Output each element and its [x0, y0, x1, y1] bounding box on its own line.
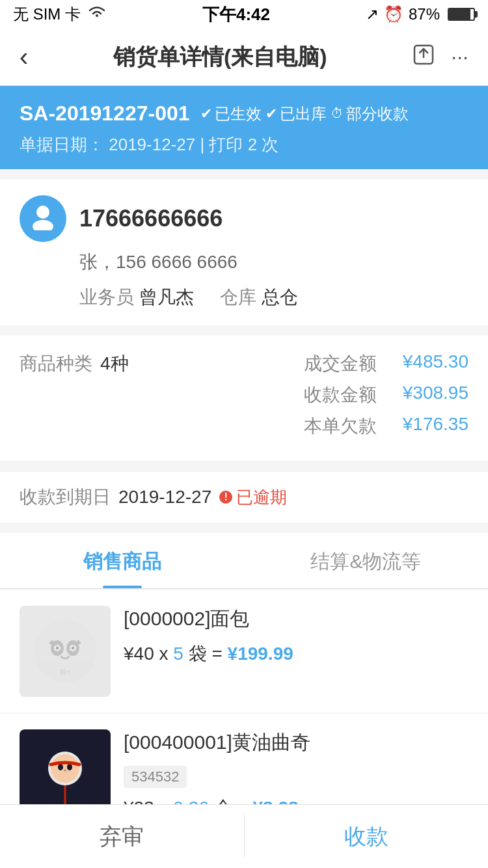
product-quantity-1: 5 — [173, 644, 183, 664]
svg-text:猫+: 猫+ — [60, 668, 70, 675]
cancel-button[interactable]: 弃审 — [0, 805, 244, 868]
nav-actions: ··· — [412, 43, 468, 72]
due-date-section: 收款到期日 2019-12-27 ! 已逾期 — [0, 471, 488, 522]
deal-amount-row: 成交金额 ¥485.30 — [304, 351, 468, 376]
product-total-1: ¥199.99 — [228, 644, 293, 664]
received-amount-row: 收款金额 ¥308.95 — [304, 383, 468, 407]
types-label: 商品种类 — [20, 351, 92, 376]
customer-detail: 张，156 6666 6666 — [20, 250, 468, 275]
types-value: 4种 — [100, 351, 129, 376]
tab-label-2: 结算&物流等 — [310, 550, 421, 572]
avatar — [20, 195, 66, 242]
nav-bar: ‹ 销货单详情(来自电脑) ··· — [0, 29, 488, 86]
battery-text: 87% — [409, 5, 440, 23]
status-text-3: 部分收款 — [346, 103, 409, 124]
product-price-1: ¥40 — [124, 644, 154, 664]
status-badges: ✔ 已生效 ✔ 已出库 ⏱ 部分收款 — [200, 103, 409, 124]
bottom-bar: 弃审 收款 — [0, 804, 488, 868]
share-icon[interactable] — [412, 43, 435, 72]
warehouse-name: 总仓 — [262, 285, 298, 310]
svg-point-15 — [58, 764, 63, 770]
svg-point-16 — [67, 764, 72, 770]
deal-amount-value: ¥485.30 — [403, 351, 468, 376]
tab-label-1: 销售商品 — [83, 550, 161, 572]
debt-label: 本单欠款 — [304, 414, 377, 439]
order-id-row: SA-20191227-001 ✔ 已生效 ✔ 已出库 ⏱ 部分收款 — [20, 102, 468, 126]
overdue-text: 已逾期 — [236, 486, 287, 509]
staff-item: 业务员 曾凡杰 — [79, 285, 194, 310]
person-icon — [29, 202, 57, 236]
due-date-value: 2019-12-27 — [118, 487, 211, 508]
status-text-1: 已生效 — [215, 103, 262, 124]
confirm-button[interactable]: 收款 — [245, 805, 489, 868]
alarm-icon: ⏰ — [384, 5, 403, 23]
thumb-placeholder-1: 猫+ — [20, 606, 111, 697]
debt-amount-row: 本单欠款 ¥176.35 — [304, 414, 468, 439]
status-text-2: 已出库 — [280, 103, 327, 124]
status-bar: 无 SIM 卡 下午4:42 ↗ ⏰ 87% — [0, 0, 488, 29]
svg-point-2 — [36, 206, 49, 219]
status-left: 无 SIM 卡 — [13, 4, 107, 25]
overdue-icon: ! — [219, 491, 232, 504]
status-shipped: ✔ 已出库 — [265, 103, 327, 124]
customer-section: 17666666666 张，156 6666 6666 业务员 曾凡杰 仓库 总… — [0, 180, 488, 325]
svg-point-17 — [64, 770, 66, 772]
svg-point-3 — [33, 220, 53, 230]
received-label: 收款金额 — [304, 383, 377, 407]
status-right: ↗ ⏰ 87% — [366, 5, 475, 23]
product-list: 猫+ [0000002]面包 ¥40 x 5 袋 = ¥199.99 — [0, 590, 488, 836]
product-unit-1: 袋 — [189, 644, 207, 664]
warehouse-item: 仓库 总仓 — [220, 285, 298, 310]
carrier-text: 无 SIM 卡 — [13, 4, 81, 25]
debt-value: ¥176.35 — [403, 414, 468, 439]
summary-section: 商品种类 4种 成交金额 ¥485.30 收款金额 ¥308.95 本单欠款 ¥… — [0, 336, 488, 461]
doc-date-label: 单据日期： — [20, 135, 104, 154]
order-id: SA-20191227-001 — [20, 102, 190, 126]
wifi-icon — [87, 5, 107, 23]
customer-id: 17666666666 — [79, 205, 223, 232]
product-name-2: [000400001]黄油曲奇 — [124, 729, 468, 756]
doc-date-value: 2019-12-27 — [109, 135, 195, 154]
status-activated: ✔ 已生效 — [200, 103, 262, 124]
status-time: 下午4:42 — [202, 3, 270, 26]
product-info-1: [0000002]面包 ¥40 x 5 袋 = ¥199.99 — [124, 606, 468, 666]
staff-name: 曾凡杰 — [139, 285, 194, 310]
status-partial: ⏱ 部分收款 — [331, 103, 409, 124]
due-label: 收款到期日 — [20, 485, 111, 509]
product-badge-2: 534532 — [124, 766, 187, 788]
product-price-row-1: ¥40 x 5 袋 = ¥199.99 — [124, 642, 468, 666]
print-info: | 打印 2 次 — [200, 135, 278, 154]
overdue-badge: ! 已逾期 — [219, 486, 287, 509]
product-types: 商品种类 4种 — [20, 351, 129, 376]
svg-point-14 — [51, 754, 79, 783]
summary-right: 成交金额 ¥485.30 收款金额 ¥308.95 本单欠款 ¥176.35 — [304, 351, 468, 445]
tab-settlement[interactable]: 结算&物流等 — [244, 533, 488, 588]
price-multiply-1: x — [159, 644, 174, 664]
customer-row: 17666666666 — [20, 195, 468, 242]
battery-icon — [448, 8, 475, 21]
clock-icon: ⏱ — [331, 106, 344, 121]
price-equals-1: = — [211, 644, 227, 664]
check-icon-1: ✔ — [200, 105, 212, 122]
summary-left: 商品种类 4种 — [20, 351, 129, 376]
tabs-section: 销售商品 结算&物流等 — [0, 533, 488, 589]
more-icon[interactable]: ··· — [451, 45, 468, 69]
warehouse-label: 仓库 — [220, 285, 256, 310]
tab-sales-products[interactable]: 销售商品 — [0, 533, 244, 588]
received-value: ¥308.95 — [403, 383, 468, 407]
check-icon-2: ✔ — [265, 105, 277, 122]
product-name-1: [0000002]面包 — [124, 606, 468, 632]
svg-point-9 — [56, 647, 59, 650]
doc-date-row: 单据日期： 2019-12-27 | 打印 2 次 — [20, 133, 468, 156]
page-title: 销货单详情(来自电脑) — [113, 42, 327, 72]
staff-warehouse-row: 业务员 曾凡杰 仓库 总仓 — [20, 285, 468, 310]
location-icon: ↗ — [366, 5, 379, 23]
order-header: SA-20191227-001 ✔ 已生效 ✔ 已出库 ⏱ 部分收款 单据日期：… — [0, 86, 488, 169]
back-button[interactable]: ‹ — [20, 42, 28, 72]
svg-point-10 — [72, 647, 75, 650]
product-item-1: 猫+ [0000002]面包 ¥40 x 5 袋 = ¥199.99 — [0, 590, 488, 712]
deal-amount-label: 成交金额 — [304, 351, 377, 376]
product-thumb-1: 猫+ — [20, 606, 111, 697]
staff-label: 业务员 — [79, 285, 134, 310]
